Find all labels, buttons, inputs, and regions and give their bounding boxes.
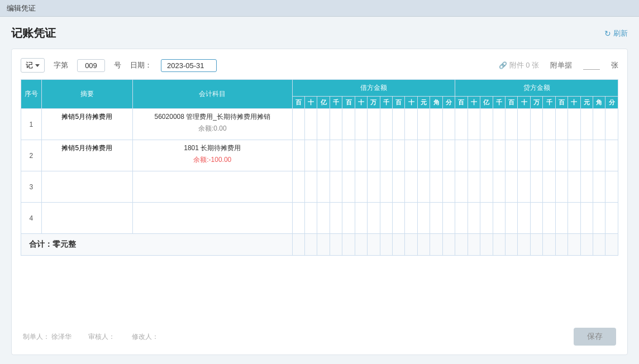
cell-digit-4-17[interactable] bbox=[505, 203, 517, 234]
cell-digit-1-7[interactable] bbox=[380, 109, 392, 140]
cell-digit-3-14[interactable] bbox=[468, 171, 480, 203]
cell-summary-1[interactable]: 摊销5月待摊费用 bbox=[41, 109, 132, 140]
table-row[interactable]: 4 bbox=[21, 203, 618, 234]
cell-digit-2-4[interactable] bbox=[342, 140, 355, 171]
cell-digit-2-1[interactable] bbox=[304, 140, 317, 171]
cell-digit-2-22[interactable] bbox=[568, 140, 580, 171]
cell-digit-3-12[interactable] bbox=[442, 171, 455, 203]
attachment-docs[interactable]: 附单据 bbox=[550, 60, 572, 70]
cell-digit-1-9[interactable] bbox=[405, 109, 417, 140]
cell-digit-1-4[interactable] bbox=[342, 109, 355, 140]
cell-digit-4-23[interactable] bbox=[580, 203, 593, 234]
cell-digit-4-7[interactable] bbox=[380, 203, 392, 234]
cell-digit-4-6[interactable] bbox=[368, 203, 380, 234]
voucher-number-field[interactable]: 009 bbox=[77, 59, 105, 72]
cell-digit-2-3[interactable] bbox=[330, 140, 342, 171]
cell-digit-3-4[interactable] bbox=[342, 171, 355, 203]
cell-digit-3-21[interactable] bbox=[555, 171, 568, 203]
cell-digit-1-12[interactable] bbox=[442, 109, 455, 140]
cell-digit-2-10[interactable] bbox=[417, 140, 430, 171]
cell-digit-1-16[interactable] bbox=[493, 109, 505, 140]
cell-digit-1-2[interactable] bbox=[317, 109, 330, 140]
cell-digit-3-0[interactable] bbox=[292, 171, 304, 203]
voucher-type-button[interactable]: 记 bbox=[21, 58, 45, 73]
cell-digit-4-18[interactable] bbox=[518, 203, 530, 234]
cell-digit-4-15[interactable] bbox=[480, 203, 493, 234]
cell-digit-2-9[interactable] bbox=[405, 140, 417, 171]
cell-digit-2-15[interactable] bbox=[480, 140, 493, 171]
cell-digit-4-1[interactable] bbox=[304, 203, 317, 234]
cell-digit-3-8[interactable] bbox=[393, 171, 405, 203]
cell-digit-2-2[interactable] bbox=[317, 140, 330, 171]
cell-account-1[interactable]: 56020008 管理费用_长期待摊费用摊销余额:0.00 bbox=[132, 109, 292, 140]
cell-digit-4-13[interactable] bbox=[455, 203, 468, 234]
cell-digit-3-3[interactable] bbox=[330, 171, 342, 203]
cell-digit-4-25[interactable] bbox=[605, 203, 618, 234]
cell-digit-3-2[interactable] bbox=[317, 171, 330, 203]
cell-digit-2-25[interactable] bbox=[605, 140, 618, 171]
cell-digit-4-10[interactable] bbox=[417, 203, 430, 234]
cell-digit-2-18[interactable] bbox=[518, 140, 530, 171]
refresh-button[interactable]: ↻ 刷新 bbox=[604, 28, 628, 39]
cell-digit-3-13[interactable] bbox=[455, 171, 468, 203]
cell-digit-2-0[interactable] bbox=[292, 140, 304, 171]
cell-digit-4-4[interactable] bbox=[342, 203, 355, 234]
cell-digit-3-9[interactable] bbox=[405, 171, 417, 203]
cell-digit-1-11[interactable] bbox=[430, 109, 442, 140]
cell-digit-2-13[interactable] bbox=[455, 140, 468, 171]
date-field[interactable]: 2023-05-31 bbox=[161, 59, 217, 72]
cell-account-2[interactable]: 1801 长期待摊费用余额:-100.00 bbox=[132, 140, 292, 171]
cell-digit-2-21[interactable] bbox=[555, 140, 568, 171]
cell-digit-3-10[interactable] bbox=[417, 171, 430, 203]
cell-digit-3-5[interactable] bbox=[355, 171, 367, 203]
cell-digit-4-22[interactable] bbox=[568, 203, 580, 234]
cell-digit-1-0[interactable] bbox=[292, 109, 304, 140]
cell-digit-1-3[interactable] bbox=[330, 109, 342, 140]
cell-digit-1-13[interactable] bbox=[455, 109, 468, 140]
cell-digit-1-1[interactable] bbox=[304, 109, 317, 140]
cell-digit-2-5[interactable] bbox=[355, 140, 367, 171]
cell-digit-2-24[interactable] bbox=[593, 140, 605, 171]
table-row[interactable]: 2摊销5月待摊费用1801 长期待摊费用余额:-100.00 bbox=[21, 140, 618, 171]
cell-digit-4-12[interactable] bbox=[442, 203, 455, 234]
cell-digit-1-25[interactable] bbox=[605, 109, 618, 140]
cell-digit-4-21[interactable] bbox=[555, 203, 568, 234]
cell-digit-1-10[interactable] bbox=[417, 109, 430, 140]
cell-digit-4-3[interactable] bbox=[330, 203, 342, 234]
cell-digit-1-21[interactable] bbox=[555, 109, 568, 140]
cell-digit-3-19[interactable] bbox=[530, 171, 542, 203]
table-row[interactable]: 1摊销5月待摊费用56020008 管理费用_长期待摊费用摊销余额:0.00 bbox=[21, 109, 618, 140]
cell-digit-3-20[interactable] bbox=[543, 171, 555, 203]
cell-account-4[interactable] bbox=[132, 203, 292, 234]
cell-summary-4[interactable] bbox=[41, 203, 132, 234]
cell-digit-3-17[interactable] bbox=[505, 171, 517, 203]
cell-digit-1-23[interactable] bbox=[580, 109, 593, 140]
cell-digit-1-8[interactable] bbox=[393, 109, 405, 140]
cell-digit-2-20[interactable] bbox=[543, 140, 555, 171]
cell-summary-3[interactable] bbox=[41, 171, 132, 203]
cell-digit-3-15[interactable] bbox=[480, 171, 493, 203]
cell-digit-1-5[interactable] bbox=[355, 109, 367, 140]
cell-digit-2-23[interactable] bbox=[580, 140, 593, 171]
cell-digit-4-8[interactable] bbox=[393, 203, 405, 234]
cell-digit-3-23[interactable] bbox=[580, 171, 593, 203]
cell-digit-4-2[interactable] bbox=[317, 203, 330, 234]
cell-digit-4-0[interactable] bbox=[292, 203, 304, 234]
cell-digit-3-6[interactable] bbox=[368, 171, 380, 203]
cell-digit-4-11[interactable] bbox=[430, 203, 442, 234]
cell-digit-3-11[interactable] bbox=[430, 171, 442, 203]
cell-digit-3-22[interactable] bbox=[568, 171, 580, 203]
cell-digit-1-22[interactable] bbox=[568, 109, 580, 140]
cell-digit-2-12[interactable] bbox=[442, 140, 455, 171]
cell-digit-4-19[interactable] bbox=[530, 203, 542, 234]
cell-digit-1-6[interactable] bbox=[368, 109, 380, 140]
cell-digit-3-25[interactable] bbox=[605, 171, 618, 203]
save-button[interactable]: 保存 bbox=[574, 328, 616, 346]
cell-digit-1-19[interactable] bbox=[530, 109, 542, 140]
cell-digit-1-18[interactable] bbox=[518, 109, 530, 140]
cell-digit-1-17[interactable] bbox=[505, 109, 517, 140]
cell-digit-1-24[interactable] bbox=[593, 109, 605, 140]
cell-digit-4-9[interactable] bbox=[405, 203, 417, 234]
table-row[interactable]: 3 bbox=[21, 171, 618, 203]
cell-digit-2-6[interactable] bbox=[368, 140, 380, 171]
